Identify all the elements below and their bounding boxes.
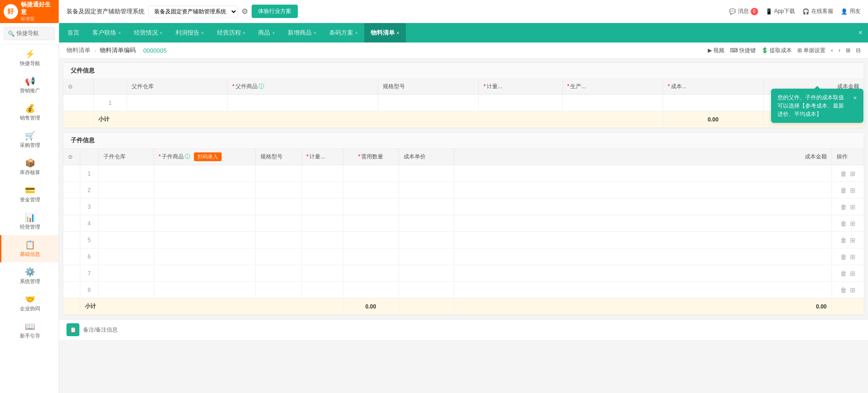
child-row-warehouse[interactable] [98,165,154,182]
child-row-quantity[interactable] [343,165,398,182]
parent-row-goods[interactable] [228,95,378,111]
child-row-goods[interactable] [154,215,255,232]
child-row-warehouse[interactable] [98,232,154,248]
child-row-unit-cost[interactable] [398,199,454,215]
child-row-unit-cost[interactable] [398,232,454,248]
sidebar-item-sales[interactable]: 💰 销售管理 [0,99,59,126]
delete-row-button[interactable]: 🗑 [840,286,847,294]
child-row-goods[interactable] [154,282,255,298]
parent-row-spec[interactable] [378,95,479,111]
child-row-quantity[interactable] [343,199,398,215]
child-row-measure[interactable] [301,232,343,248]
tab-goods-close[interactable]: × [272,30,275,36]
sidebar-item-operations[interactable]: 📊 经营管理 [0,208,59,235]
sidebar-item-enterprise[interactable]: 🤝 企业协同 [0,290,59,317]
user-avatar[interactable]: 👤 用友 [841,7,861,15]
copy-row-button[interactable]: ⊞ [850,236,856,244]
child-row-warehouse[interactable] [98,248,154,265]
search-button[interactable]: 🔍 快捷导航 [4,27,55,40]
child-row-spec[interactable] [255,165,301,182]
child-row-spec[interactable] [255,182,301,199]
child-row-quantity[interactable] [343,265,398,282]
tab-home[interactable]: 首页 [61,23,86,42]
copy-row-button[interactable]: ⊞ [850,220,856,227]
close-all-tabs[interactable]: × [855,29,866,37]
tab-new-goods-close[interactable]: × [313,30,316,36]
sidebar-item-finance[interactable]: 💳 资金管理 [0,181,59,208]
tab-barcode[interactable]: 条码方案 × [323,23,364,42]
sidebar-item-system[interactable]: ⚙️ 系统管理 [0,262,59,290]
child-row-unit-cost[interactable] [398,282,454,298]
child-row-goods[interactable] [154,232,255,248]
child-row-spec[interactable] [255,265,301,282]
tab-customer[interactable]: 客户联络 × [86,23,127,42]
child-row-measure[interactable] [301,265,343,282]
tab-biz-history[interactable]: 经营历程 × [211,23,252,42]
sidebar-item-marketing[interactable]: 📢 营销推广 [0,72,59,99]
copy-row-button[interactable]: ⊞ [850,203,856,211]
delete-row-button[interactable]: 🗑 [840,270,847,277]
tab-barcode-close[interactable]: × [355,30,358,36]
parent-row-cost[interactable] [663,95,764,111]
system-selector[interactable]: 装备及固定资产辅助管理系统 [148,6,238,18]
child-row-warehouse[interactable] [98,182,154,199]
experience-button[interactable]: 体验行业方案 [252,5,298,18]
sidebar-item-quick-nav[interactable]: ⚡ 快捷导航 [0,44,59,72]
copy-row-button[interactable]: ⊞ [850,286,856,294]
child-row-unit-cost[interactable] [398,165,454,182]
extract-cost-button[interactable]: 💲 提取成本 [761,47,792,54]
child-settings-icon[interactable]: ⚙ [68,154,73,160]
child-row-quantity[interactable] [343,182,398,199]
child-row-quantity[interactable] [343,282,398,298]
child-row-unit-cost[interactable] [398,265,454,282]
child-row-warehouse[interactable] [98,215,154,232]
tab-bom[interactable]: 物料清单 × [364,23,406,42]
online-service-button[interactable]: 🎧 在线客服 [802,7,833,15]
child-row-quantity[interactable] [343,248,398,265]
child-row-goods[interactable] [154,182,255,199]
delete-row-button[interactable]: 🗑 [840,203,847,211]
child-row-quantity[interactable] [343,215,398,232]
delete-row-button[interactable]: 🗑 [840,253,847,260]
settings-icon[interactable]: ⚙ [241,7,248,16]
sidebar-item-guide[interactable]: 📖 新手引导 [0,317,59,344]
tab-customer-close[interactable]: × [118,30,121,36]
parent-row-produce[interactable] [562,95,663,111]
tab-profit[interactable]: 利润报告 × [169,23,211,42]
child-row-spec[interactable] [255,282,301,298]
child-row-warehouse[interactable] [98,199,154,215]
copy-row-button[interactable]: ⊞ [850,170,856,177]
child-row-measure[interactable] [301,248,343,265]
child-row-quantity[interactable] [343,232,398,248]
shortcut-button[interactable]: ⌨ 快捷键 [730,47,756,54]
tab-bom-close[interactable]: × [397,30,399,36]
tab-operations-close[interactable]: × [160,30,163,36]
delete-row-button[interactable]: 🗑 [840,187,847,194]
child-row-spec[interactable] [255,199,301,215]
nav-next-button[interactable]: › [838,47,840,54]
tab-goods[interactable]: 商品 × [252,23,281,42]
child-row-measure[interactable] [301,282,343,298]
delete-row-button[interactable]: 🗑 [840,220,847,227]
tooltip-close-button[interactable]: × [853,93,857,103]
single-settings-button[interactable]: ⊞ 单据设置 [797,47,826,54]
child-row-goods[interactable] [154,265,255,282]
child-row-spec[interactable] [255,215,301,232]
copy-row-button[interactable]: ⊞ [850,270,856,277]
delete-row-button[interactable]: 🗑 [840,170,847,177]
sidebar-item-basic-info[interactable]: 📋 基础信息 [0,235,59,262]
child-row-unit-cost[interactable] [398,182,454,199]
child-row-unit-cost[interactable] [398,215,454,232]
tab-new-goods[interactable]: 新增商品 × [281,23,323,42]
child-row-goods[interactable] [154,199,255,215]
tab-biz-history-close[interactable]: × [243,30,246,36]
view-video-button[interactable]: ▶ 视频 [708,47,724,54]
sidebar-item-inventory[interactable]: 📦 库存核算 [0,153,59,181]
child-row-measure[interactable] [301,199,343,215]
delete-row-button[interactable]: 🗑 [840,236,847,244]
expand-button[interactable]: ⊟ [856,47,861,54]
child-row-warehouse[interactable] [98,282,154,298]
sidebar-search[interactable]: 🔍 快捷导航 [0,23,59,44]
grid-view-button[interactable]: ⊞ [846,47,850,54]
child-row-measure[interactable] [301,165,343,182]
